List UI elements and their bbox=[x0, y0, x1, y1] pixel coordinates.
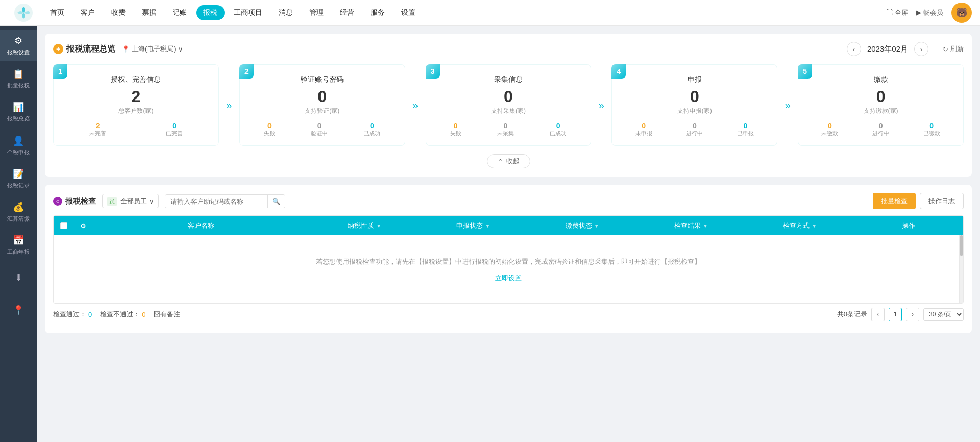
nav-invoice[interactable]: 票据 bbox=[135, 5, 163, 20]
search-icon: 🔍 bbox=[272, 198, 281, 205]
flow-step-3: 3 采集信息 0 支持采集(家) 0 失败 0 未采集 bbox=[426, 64, 592, 146]
step-5-stats: 0 未缴款 0 进行中 0 已缴款 bbox=[804, 121, 957, 137]
flow-arrow-4: » bbox=[777, 64, 798, 146]
tax-settings-icon: ⚙ bbox=[12, 35, 24, 47]
nav-right: ⛶ 全屏 ▶ 畅会员 🐻 bbox=[886, 3, 972, 23]
nav-settings[interactable]: 设置 bbox=[394, 5, 423, 20]
operation-log-button[interactable]: 操作日志 bbox=[920, 193, 964, 209]
nav-client[interactable]: 客户 bbox=[74, 5, 102, 20]
nav-message[interactable]: 消息 bbox=[272, 5, 300, 20]
select-all-checkbox[interactable] bbox=[60, 222, 67, 229]
tax-nature-filter-icon[interactable]: ▼ bbox=[376, 223, 381, 229]
content-area: + 报税流程总览 📍 上海(电子税局) ∨ ‹ 2023年02月 › ↻ 刷新 bbox=[37, 26, 980, 442]
prev-page-button[interactable]: ‹ bbox=[871, 308, 885, 321]
collapse-button[interactable]: ⌃ 收起 bbox=[487, 154, 530, 168]
next-page-button[interactable]: › bbox=[906, 308, 919, 321]
play-icon: ▶ bbox=[916, 9, 921, 16]
sidebar-item-tax-overview[interactable]: 📊 报税总览 bbox=[0, 96, 37, 127]
location-select[interactable]: 📍 上海(电子税局) ∨ bbox=[121, 44, 183, 54]
refresh-button[interactable]: ↻ 刷新 bbox=[943, 44, 964, 54]
step-1-stat-1: 0 已完善 bbox=[166, 121, 183, 137]
setup-link[interactable]: 立即设置 bbox=[495, 274, 522, 283]
step-3-stat-1: 0 未采集 bbox=[497, 121, 514, 137]
step-4-stat-0: 0 未申报 bbox=[635, 121, 652, 137]
prev-month-button[interactable]: ‹ bbox=[847, 42, 861, 56]
nav-home[interactable]: 首页 bbox=[43, 5, 71, 20]
step-2-stat-2: 0 已成功 bbox=[363, 121, 380, 137]
collapse-icon: ⌃ bbox=[498, 158, 503, 165]
th-customer-name: 客户名称 bbox=[92, 221, 310, 230]
step-2-stats: 0 失败 0 验证中 0 已成功 bbox=[246, 121, 399, 137]
location-pin-icon: 📍 bbox=[12, 304, 24, 316]
nav-business[interactable]: 工商项目 bbox=[227, 5, 270, 20]
fail-count[interactable]: 0 bbox=[142, 311, 145, 318]
sidebar-item-tax-settings[interactable]: ⚙ 报税设置 bbox=[0, 30, 37, 61]
step-3-stats: 0 失败 0 未采集 0 已成功 bbox=[432, 121, 585, 137]
step-1-stats: 2 未完善 0 已完善 bbox=[60, 121, 212, 137]
pass-count[interactable]: 0 bbox=[88, 311, 92, 318]
check-title-icon: ○ bbox=[53, 197, 62, 206]
sidebar-item-batch-tax[interactable]: 📋 批量报税 bbox=[0, 63, 37, 94]
sidebar-item-annual-report[interactable]: 📅 工商年报 bbox=[0, 229, 37, 260]
step-4-stat-2: 0 已申报 bbox=[737, 121, 754, 137]
step-4-stat-1: 0 进行中 bbox=[686, 121, 703, 137]
mascot-avatar[interactable]: 🐻 bbox=[951, 3, 972, 23]
nav-service[interactable]: 服务 bbox=[363, 5, 392, 20]
check-method-filter-icon[interactable]: ▼ bbox=[812, 223, 817, 229]
report-status-filter-icon[interactable]: ▼ bbox=[485, 223, 490, 229]
tax-check-card: ○ 报税检查 员 全部员工 ∨ 🔍 批量检查 操作日志 bbox=[45, 185, 972, 333]
flow-arrow-2: » bbox=[405, 64, 426, 146]
next-month-button[interactable]: › bbox=[914, 42, 928, 56]
sidebar-item-settlement[interactable]: 💰 汇算清缴 bbox=[0, 196, 37, 227]
sidebar-item-personal-report[interactable]: 👤 个税申报 bbox=[0, 130, 37, 161]
check-result-filter-icon[interactable]: ▼ bbox=[703, 223, 708, 229]
sidebar-item-location[interactable]: 📍 bbox=[0, 295, 37, 326]
batch-check-button[interactable]: 批量检查 bbox=[873, 193, 916, 209]
table-scrollbar[interactable] bbox=[959, 235, 963, 303]
per-page-select[interactable]: 30 条/页 bbox=[923, 308, 964, 321]
location-icon: 📍 bbox=[121, 45, 130, 53]
table-footer: 检查通过： 0 检查不通过： 0 囧有备注 共0条记录 ‹ 1 › 30 条/页 bbox=[53, 304, 964, 325]
empty-text: 若您想使用报税检查功能，请先在【报税设置】中进行报税的初始化设置，完成密码验证和… bbox=[316, 256, 701, 267]
pass-stat: 检查通过： 0 bbox=[53, 310, 92, 319]
flow-step-4: 4 申报 0 支持申报(家) 0 未申报 0 进行中 bbox=[611, 64, 777, 146]
payment-status-filter-icon[interactable]: ▼ bbox=[594, 223, 599, 229]
download-icon: ⬇ bbox=[12, 272, 24, 284]
check-header: ○ 报税检查 员 全部员工 ∨ 🔍 批量检查 操作日志 bbox=[53, 193, 964, 209]
fail-stat: 检查不通过： 0 bbox=[100, 310, 145, 319]
settings-icon[interactable]: ⚙ bbox=[80, 222, 86, 230]
current-date: 2023年02月 bbox=[867, 44, 908, 54]
nav-operation[interactable]: 经营 bbox=[333, 5, 361, 20]
step-4-stats: 0 未申报 0 进行中 0 已申报 bbox=[618, 121, 771, 137]
th-check-result: 检查结果 ▼ bbox=[636, 221, 745, 230]
flow-step-2: 2 验证账号密码 0 支持验证(家) 0 失败 0 验证中 bbox=[239, 64, 405, 146]
nav-accounting[interactable]: 记账 bbox=[165, 5, 194, 20]
sidebar-item-download[interactable]: ⬇ bbox=[0, 262, 37, 293]
nav-tax[interactable]: 报税 bbox=[196, 5, 225, 20]
th-report-status: 申报状态 ▼ bbox=[419, 221, 528, 230]
search-button[interactable]: 🔍 bbox=[267, 195, 285, 208]
total-count: 共0条记录 bbox=[837, 310, 867, 319]
step-1-stat-0: 2 未完善 bbox=[89, 121, 106, 137]
app-logo[interactable] bbox=[8, 4, 39, 22]
vip-button[interactable]: ▶ 畅会员 bbox=[916, 8, 943, 17]
nav-fee[interactable]: 收费 bbox=[104, 5, 133, 20]
tax-record-icon: 📝 bbox=[12, 168, 24, 180]
step-2-stat-1: 0 验证中 bbox=[311, 121, 328, 137]
fullscreen-button[interactable]: ⛶ 全屏 bbox=[886, 8, 908, 17]
th-check-method: 检查方式 ▼ bbox=[746, 221, 854, 230]
tax-overview-icon: 📊 bbox=[12, 101, 24, 113]
batch-tax-icon: 📋 bbox=[12, 68, 24, 80]
flow-step-5: 5 缴款 0 支持缴款(家) 0 未缴款 0 进行中 bbox=[798, 64, 964, 146]
settlement-icon: 💰 bbox=[12, 201, 24, 213]
sidebar-item-tax-record[interactable]: 📝 报税记录 bbox=[0, 163, 37, 194]
nav-management[interactable]: 管理 bbox=[302, 5, 331, 20]
date-navigation: ‹ 2023年02月 › bbox=[847, 42, 928, 56]
note-label: 囧有备注 bbox=[154, 310, 180, 319]
flow-title: + 报税流程总览 bbox=[53, 44, 115, 55]
annual-report-icon: 📅 bbox=[12, 234, 24, 247]
step-5-stat-2: 0 已缴款 bbox=[923, 121, 940, 137]
scrollbar-thumb[interactable] bbox=[960, 235, 963, 256]
employee-select[interactable]: 员 全部员工 ∨ bbox=[102, 194, 159, 208]
search-input[interactable] bbox=[165, 195, 267, 208]
